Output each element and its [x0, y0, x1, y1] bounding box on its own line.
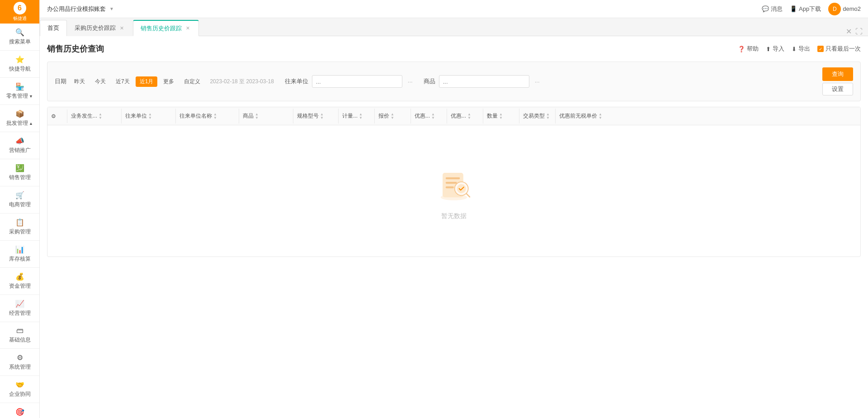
- th-biz-date-label: 业务发生...: [71, 112, 97, 120]
- search-button[interactable]: 查询: [822, 67, 853, 81]
- th-unit[interactable]: 计量... ▲▼: [339, 109, 375, 124]
- th-discount1[interactable]: 优惠... ▲▼: [411, 109, 447, 124]
- message-button[interactable]: 💬 消息: [762, 5, 783, 13]
- close-tab-button[interactable]: ✕: [846, 27, 852, 36]
- basic-info-icon: 🗃: [16, 327, 24, 335]
- th-spec[interactable]: 规格型号 ▲▼: [293, 109, 339, 124]
- date-btn-custom[interactable]: 自定义: [180, 76, 204, 87]
- help-icon: ❓: [738, 46, 745, 52]
- sidebar-item-label: 搜索菜单: [9, 38, 31, 46]
- import-button[interactable]: ⬆ 导入: [766, 45, 784, 53]
- th-partner-code[interactable]: 往来单位 ▲▼: [122, 109, 176, 124]
- export-icon: ⬇: [792, 46, 797, 52]
- sidebar-item-operations[interactable]: 📈 经营管理: [0, 295, 40, 322]
- help-button[interactable]: ❓ 帮助: [738, 45, 759, 53]
- th-price[interactable]: 报价 ▲▼: [375, 109, 411, 124]
- sort-arrows-partner-name: ▲▼: [213, 113, 217, 120]
- th-spec-label: 规格型号: [297, 112, 319, 120]
- content-area: 销售历史价查询 ❓ 帮助 ⬆ 导入 ⬇ 导出 ✓ 只看最后一次: [40, 36, 868, 418]
- date-btn-7days[interactable]: 近7天: [112, 76, 134, 87]
- tab-home[interactable]: 首页: [40, 20, 67, 36]
- product-input[interactable]: [439, 75, 529, 88]
- logo-text: 畅捷通: [13, 15, 27, 22]
- sidebar-item-label: 基础信息: [9, 336, 31, 344]
- sidebar-item-sales-mgmt[interactable]: 💹 销售管理: [0, 159, 40, 186]
- tab-purchase[interactable]: 采购历史价跟踪 ✕: [67, 20, 133, 36]
- sidebar: 6 畅捷通 🔍 搜索菜单 ⭐ 快捷导航 🏪 零售管理 ▼ 📦 批发管理 ▲ 📣 …: [0, 0, 40, 418]
- sidebar-item-purchase[interactable]: 📋 采购管理: [0, 214, 40, 241]
- maximize-button[interactable]: ⛶: [855, 28, 863, 36]
- sidebar-item-finance[interactable]: 💰 资金管理: [0, 268, 40, 295]
- date-filter-label: 日期: [55, 77, 66, 86]
- sort-arrows-product: ▲▼: [255, 113, 259, 120]
- guide-icon: 🎯: [15, 408, 24, 416]
- page-title: 销售历史价查询: [47, 43, 104, 54]
- sidebar-item-new-guide[interactable]: 🎯 新手引导: [0, 403, 40, 418]
- user-profile-button[interactable]: D demo2: [828, 3, 861, 15]
- sidebar-item-label: 系统管理: [9, 363, 31, 371]
- app-download-label: App下载: [799, 5, 821, 13]
- chevron-down-icon: ▼: [29, 94, 33, 99]
- top-header: 办公用品行业模拟账套 ▼ 💬 消息 📱 App下载 D demo2: [40, 0, 868, 18]
- sidebar-item-wholesale[interactable]: 📦 批发管理 ▲: [0, 105, 40, 132]
- date-btn-1month[interactable]: 近1月: [136, 76, 158, 87]
- th-pretax-price[interactable]: 优惠前无税单价 ▲▼: [556, 109, 628, 124]
- tab-sales[interactable]: 销售历史价跟踪 ✕: [133, 20, 199, 36]
- th-product[interactable]: 商品 ▲▼: [239, 109, 293, 124]
- app-logo: 6 畅捷通: [0, 0, 40, 24]
- th-discount2-label: 优惠...: [451, 112, 466, 120]
- filter-bar: 日期 昨天 今天 近7天 近1月 更多 自定义 2023-02-18 至 202…: [47, 62, 861, 101]
- only-last-checkbox[interactable]: ✓ 只看最后一次: [817, 45, 861, 53]
- only-last-label: 只看最后一次: [826, 45, 861, 53]
- sidebar-item-quick[interactable]: ⭐ 快捷导航: [0, 51, 40, 78]
- th-discount2[interactable]: 优惠... ▲▼: [447, 109, 483, 124]
- page-title-bar: 销售历史价查询 ❓ 帮助 ⬆ 导入 ⬇ 导出 ✓ 只看最后一次: [47, 43, 861, 54]
- tab-purchase-close[interactable]: ✕: [118, 25, 125, 32]
- sidebar-item-system[interactable]: ⚙ 系统管理: [0, 349, 40, 376]
- date-btn-yesterday[interactable]: 昨天: [70, 76, 89, 87]
- sidebar-item-label: 企业协同: [9, 390, 31, 398]
- partner-input[interactable]: [312, 75, 402, 88]
- th-trade-type[interactable]: 交易类型 ▲▼: [519, 109, 556, 124]
- sidebar-item-basic-info[interactable]: 🗃 基础信息: [0, 322, 40, 349]
- data-table: ⚙ 业务发生... ▲▼ 往来单位 ▲▼ 往来单位名称 ▲▼ 商品 ▲▼: [47, 107, 861, 257]
- sort-arrows-qty: ▲▼: [499, 113, 503, 120]
- sort-arrows-partner: ▲▼: [148, 113, 152, 120]
- th-partner-name[interactable]: 往来单位名称 ▲▼: [176, 109, 239, 124]
- sidebar-item-search[interactable]: 🔍 搜索菜单: [0, 24, 40, 51]
- th-partner-code-label: 往来单位: [125, 112, 147, 120]
- tab-purchase-label: 采购历史价跟踪: [75, 24, 116, 32]
- sort-arrows-discount1: ▲▼: [431, 113, 435, 120]
- sidebar-item-inventory[interactable]: 📊 库存核算: [0, 241, 40, 268]
- empty-illustration: [431, 162, 476, 207]
- sidebar-item-marketing[interactable]: 📣 营销推广: [0, 132, 40, 159]
- th-settings[interactable]: ⚙: [47, 109, 67, 123]
- svg-line-7: [467, 194, 470, 197]
- th-biz-date[interactable]: 业务发生... ▲▼: [67, 109, 122, 124]
- tab-bar: 首页 采购历史价跟踪 ✕ 销售历史价跟踪 ✕ ✕ ⛶: [40, 18, 868, 36]
- sidebar-item-corp-collab[interactable]: 🤝 企业协同: [0, 376, 40, 403]
- sidebar-item-label: 库存核算: [9, 255, 31, 263]
- sidebar-item-label: 采购管理: [9, 228, 31, 236]
- export-label: 导出: [798, 45, 810, 53]
- export-button[interactable]: ⬇ 导出: [792, 45, 810, 53]
- settings-button[interactable]: 设置: [822, 83, 853, 95]
- date-btn-more[interactable]: 更多: [159, 76, 178, 87]
- app-download-button[interactable]: 📱 App下载: [790, 5, 821, 13]
- date-btn-today[interactable]: 今天: [91, 76, 110, 87]
- sidebar-item-label: 资金管理: [9, 282, 31, 290]
- date-range-text: 2023-02-18 至 2023-03-18: [210, 78, 274, 86]
- svg-rect-2: [446, 177, 460, 179]
- th-trade-type-label: 交易类型: [523, 112, 545, 120]
- product-filter-label: 商品: [424, 77, 435, 86]
- main-area: 办公用品行业模拟账套 ▼ 💬 消息 📱 App下载 D demo2 首页: [40, 0, 868, 418]
- th-qty[interactable]: 数量 ▲▼: [483, 109, 519, 124]
- sidebar-item-ecommerce[interactable]: 🛒 电商管理: [0, 186, 40, 214]
- workspace-dropdown-icon[interactable]: ▼: [109, 6, 114, 11]
- tab-sales-close[interactable]: ✕: [184, 25, 191, 32]
- sidebar-item-retail[interactable]: 🏪 零售管理 ▼: [0, 78, 40, 105]
- product-more-icon[interactable]: ···: [535, 78, 540, 85]
- avatar: D: [828, 3, 841, 15]
- workspace-title: 办公用品行业模拟账套: [47, 5, 106, 13]
- partner-more-icon[interactable]: ···: [408, 78, 413, 85]
